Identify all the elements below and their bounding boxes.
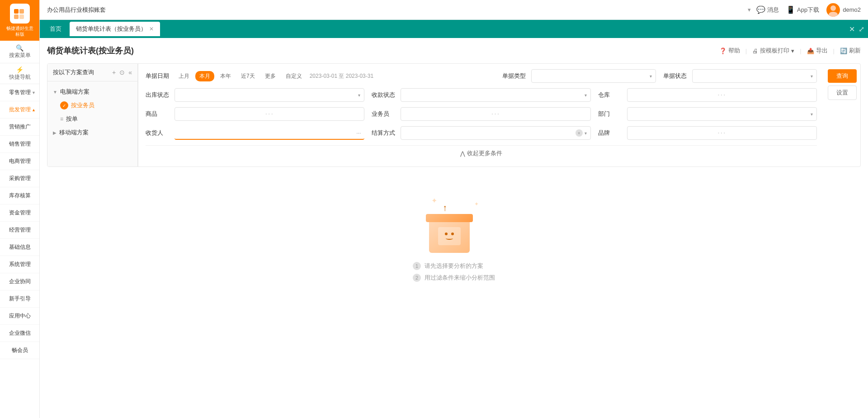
sidebar-item-finance[interactable]: 资金管理: [0, 204, 39, 222]
svg-point-5: [829, 12, 838, 17]
app-download-button[interactable]: 📱 App下载: [786, 5, 819, 14]
message-icon: 💬: [756, 5, 765, 14]
this-month-btn[interactable]: 本月: [195, 71, 214, 81]
empty-illustration: ✦ ✦: [418, 194, 490, 253]
salesperson-filter: 业务员 ···: [372, 107, 590, 121]
help-button[interactable]: ❓ 帮助: [719, 47, 740, 55]
tab-home[interactable]: 首页: [43, 22, 68, 36]
sidebar-item-ecommerce[interactable]: 电商管理: [0, 153, 39, 170]
consignee-dots-icon[interactable]: ···: [356, 130, 361, 136]
export-button[interactable]: 📤 导出: [807, 47, 828, 55]
logo-text: 畅捷通好生意 标版: [6, 25, 33, 37]
payment-status-arrow: ▾: [585, 93, 587, 98]
settings-scheme-icon[interactable]: ⊙: [119, 69, 125, 76]
warehouse-dots[interactable]: ···: [717, 91, 726, 99]
print-button[interactable]: 🖨 按模板打印 ▾: [752, 47, 794, 55]
consignee-label: 收货人: [146, 129, 171, 137]
goods-dots[interactable]: ···: [265, 110, 274, 118]
topbar-actions: 💬 消息 📱 App下载 demo2: [756, 3, 861, 17]
consignee-input-wrapper: ···: [175, 126, 364, 140]
sidebar-item-basic[interactable]: 基础信息: [0, 239, 39, 256]
sidebar-item-operation[interactable]: 经营管理: [0, 222, 39, 239]
sidebar-logo[interactable]: 畅捷通好生意 标版: [0, 0, 39, 41]
add-scheme-icon[interactable]: +: [112, 69, 116, 76]
query-button[interactable]: 查询: [828, 69, 857, 83]
filter-layout: 按以下方案查询 + ⊙ « ▼ 电脑端方案: [47, 63, 861, 167]
sidebar-item-marketing[interactable]: 营销推广: [0, 119, 39, 136]
sidebar-item-enterprise[interactable]: 企业协同: [0, 273, 39, 290]
last7days-btn[interactable]: 近7天: [237, 71, 259, 81]
sidebar-item-purchase[interactable]: 采购管理: [0, 170, 39, 187]
payment-status-dropdown[interactable]: ▾: [401, 88, 590, 102]
user-menu[interactable]: demo2: [826, 3, 861, 17]
star1: ✦: [431, 196, 437, 205]
sidebar-item-wechat[interactable]: 企业微信: [0, 325, 39, 342]
sidebar-quicknav[interactable]: ⚡ 快捷导航: [0, 63, 39, 84]
sidebar-item-retail[interactable]: 零售管理: [0, 84, 39, 101]
tab-close-all-icon[interactable]: ✕: [849, 25, 855, 33]
tab-expand-icon[interactable]: ⤢: [859, 25, 864, 33]
stock-status-dropdown[interactable]: ▾: [175, 88, 364, 102]
refresh-button[interactable]: 🔄 刷新: [840, 47, 861, 55]
tree-item-salesperson[interactable]: ✓ 按业务员: [47, 99, 137, 112]
sidebar-item-member[interactable]: 畅会员: [0, 342, 39, 359]
filter-row-4: 收货人 ··· 结算方式 ×: [146, 126, 817, 140]
message-button[interactable]: 💬 消息: [756, 5, 779, 14]
collapse-panel-icon[interactable]: «: [128, 69, 132, 76]
last-month-btn[interactable]: 上月: [175, 71, 193, 81]
warehouse-dropdown[interactable]: ···: [627, 88, 817, 102]
tab-sales-stat[interactable]: 销货单统计表（按业务员） ✕: [70, 22, 160, 36]
doc-type-label: 单据类型: [502, 72, 528, 80]
doc-type-dropdown[interactable]: ▾: [531, 69, 656, 83]
svg-rect-2: [14, 14, 19, 19]
svg-point-4: [830, 5, 836, 11]
brand-dropdown[interactable]: ···: [627, 126, 817, 140]
refresh-icon: 🔄: [840, 48, 847, 54]
box-lid: [426, 214, 473, 222]
box-face: [438, 227, 461, 245]
sales-tab-label: 销货单统计表（按业务员）: [76, 25, 146, 33]
goods-filter: 商品 ···: [146, 107, 364, 121]
empty-hints: 1 请先选择要分析的方案 2 用过滤条件来缩小分析范围: [413, 262, 495, 285]
more-btn[interactable]: 更多: [261, 71, 280, 81]
doc-type-arrow: ▾: [650, 74, 652, 79]
sidebar-item-wholesale[interactable]: 批发管理: [0, 101, 39, 119]
brand-dots[interactable]: ···: [717, 129, 726, 137]
payment-status-label: 收款状态: [372, 91, 397, 99]
tree-section-mobile[interactable]: ▶ 移动端方案: [47, 126, 137, 139]
svg-rect-3: [19, 14, 24, 19]
custom-btn[interactable]: 自定义: [282, 71, 306, 81]
this-year-btn[interactable]: 本年: [216, 71, 235, 81]
sidebar-item-newbie[interactable]: 新手引导: [0, 290, 39, 308]
goods-dropdown[interactable]: ···: [175, 107, 364, 121]
doc-status-label: 单据状态: [663, 72, 689, 80]
stock-status-filter: 出库状态 ▾: [146, 88, 364, 102]
sidebar-item-system[interactable]: 系统管理: [0, 256, 39, 273]
page-header: 销货单统计表(按业务员) ❓ 帮助 | 🖨 按模板打印 ▾ | 📤: [47, 45, 861, 56]
settings-button[interactable]: 设置: [828, 86, 857, 100]
doc-status-filter: 单据状态 ▾: [663, 69, 817, 83]
doc-status-dropdown[interactable]: ▾: [692, 69, 817, 83]
consignee-input[interactable]: [175, 126, 364, 140]
salesperson-dots[interactable]: ···: [491, 110, 500, 118]
tree-section-pc[interactable]: ▼ 电脑端方案: [47, 85, 137, 99]
topbar-title: 办公用品行业模拟账套: [47, 6, 742, 14]
salesperson-dropdown[interactable]: ···: [401, 107, 590, 121]
logo-icon: [10, 4, 30, 24]
up-arrow: ↑: [443, 203, 447, 213]
print-icon: 🖨: [752, 48, 758, 54]
separator3: |: [833, 48, 835, 54]
tab-close-icon[interactable]: ✕: [149, 26, 154, 32]
doc-status-arrow: ▾: [811, 74, 813, 79]
sidebar-item-inventory[interactable]: 库存核算: [0, 187, 39, 204]
sidebar-item-sales[interactable]: 销售管理: [0, 136, 39, 153]
sidebar-item-appstore[interactable]: 应用中心: [0, 308, 39, 325]
department-dropdown[interactable]: ▾: [627, 107, 817, 121]
settlement-dropdown[interactable]: × ▾: [401, 126, 590, 140]
consignee-filter: 收货人 ···: [146, 126, 364, 140]
topbar-dropdown-icon[interactable]: ▾: [748, 6, 751, 13]
tree-item-order[interactable]: ≡ 按单: [47, 112, 137, 126]
collapse-filters-btn[interactable]: ⋀ 收起更多条件: [146, 145, 817, 161]
sidebar-search[interactable]: 🔍 搜索菜单: [0, 41, 39, 63]
settlement-clear-btn[interactable]: ×: [576, 129, 583, 137]
